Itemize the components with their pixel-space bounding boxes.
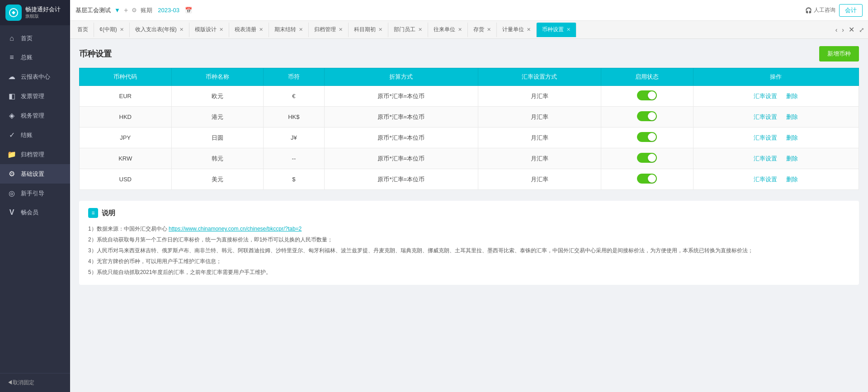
toggle-track[interactable] bbox=[637, 153, 657, 163]
sidebar-label-member: 畅会员 bbox=[21, 208, 38, 217]
add-tab-icon[interactable]: + bbox=[124, 6, 128, 14]
tab-period-end[interactable]: 期末结转 ✕ bbox=[269, 23, 309, 37]
status-toggle[interactable] bbox=[637, 90, 657, 100]
sidebar-label-invoice: 发票管理 bbox=[21, 92, 44, 100]
cell-actions: 汇率设置 删除 bbox=[693, 128, 859, 148]
tab-subject[interactable]: 科目期初 ✕ bbox=[349, 23, 388, 37]
tab-balance-close[interactable]: ✕ bbox=[120, 27, 124, 33]
sidebar-item-archive[interactable]: 📁 归档管理 bbox=[0, 145, 70, 164]
tab-income-close[interactable]: ✕ bbox=[179, 27, 184, 33]
tab-archive[interactable]: 归档管理 ✕ bbox=[309, 23, 349, 37]
table-row: HKD 港元 HK$ 原币*汇率=本位币 月汇率 汇率设置 删除 bbox=[80, 107, 859, 128]
toggle-track[interactable] bbox=[637, 132, 657, 142]
status-toggle[interactable] bbox=[637, 174, 657, 184]
cell-symbol: HK$ bbox=[264, 107, 325, 128]
ledger-icon: ≡ bbox=[7, 53, 16, 61]
toggle-thumb bbox=[648, 91, 656, 99]
tab-template[interactable]: 模版设计 ✕ bbox=[189, 23, 229, 37]
cell-calc: 原币*汇率=本位币 bbox=[324, 148, 478, 169]
sidebar-item-tax[interactable]: ◈ 税务管理 bbox=[0, 106, 70, 125]
main-area: 基层工会测试 ▼ + ⚙ 账期 2023-03 📅 🎧 人工咨询 会计 首页 ¢… bbox=[70, 0, 868, 392]
cell-status bbox=[601, 169, 693, 190]
help-button[interactable]: 🎧 人工咨询 bbox=[805, 6, 835, 14]
delete-link[interactable]: 删除 bbox=[786, 155, 798, 162]
tab-income[interactable]: 收入支出表(年报) ✕ bbox=[130, 23, 189, 37]
rate-setting-link[interactable]: 汇率设置 bbox=[754, 113, 777, 120]
delete-link[interactable]: 删除 bbox=[786, 134, 798, 141]
tab-period-end-close[interactable]: ✕ bbox=[299, 27, 303, 33]
notice-item-4: 4）无官方牌价的币种，可以用用户手工维护汇率信息； bbox=[88, 256, 850, 267]
delete-link[interactable]: 删除 bbox=[786, 176, 798, 183]
archive-icon: 📁 bbox=[7, 150, 16, 159]
notice-link[interactable]: https://www.chinamoney.com.cn/chinese/bk… bbox=[169, 226, 302, 232]
cell-symbol: € bbox=[264, 86, 325, 107]
tab-subject-close[interactable]: ✕ bbox=[378, 27, 382, 33]
sidebar-label-settle: 结账 bbox=[21, 131, 33, 139]
tab-template-close[interactable]: ✕ bbox=[219, 27, 223, 33]
tab-archive-close[interactable]: ✕ bbox=[339, 27, 343, 33]
rate-setting-link[interactable]: 汇率设置 bbox=[754, 93, 777, 99]
delete-link[interactable]: 删除 bbox=[786, 93, 798, 99]
sidebar-item-reports[interactable]: ☁ 云报表中心 bbox=[0, 67, 70, 86]
tab-next-icon[interactable]: › bbox=[840, 26, 846, 33]
tab-inventory-close[interactable]: ✕ bbox=[487, 27, 491, 33]
sidebar-item-home[interactable]: ⌂ 首页 bbox=[0, 29, 70, 48]
sidebar-item-settle[interactable]: ✓ 结账 bbox=[0, 125, 70, 145]
toggle-thumb bbox=[648, 133, 656, 141]
sidebar-item-invoice[interactable]: ◧ 发票管理 bbox=[0, 86, 70, 106]
rate-setting-link[interactable]: 汇率设置 bbox=[754, 155, 777, 162]
sidebar-item-settings[interactable]: ⚙ 基础设置 bbox=[0, 164, 70, 184]
tab-currency-label: 币种设置 bbox=[542, 26, 564, 33]
rate-setting-link[interactable]: 汇率设置 bbox=[754, 134, 777, 141]
tab-customer[interactable]: 往来单位 ✕ bbox=[428, 23, 468, 37]
account-button[interactable]: 会计 bbox=[839, 4, 863, 17]
tab-balance[interactable]: ¢(中期) ✕ bbox=[94, 23, 130, 37]
unpin-label: ◀取消固定 bbox=[7, 379, 34, 387]
tab-unit[interactable]: 计量单位 ✕ bbox=[497, 23, 537, 37]
toggle-track[interactable] bbox=[637, 174, 657, 184]
tab-currency-close[interactable]: ✕ bbox=[566, 27, 571, 33]
status-toggle[interactable] bbox=[637, 111, 657, 121]
col-code: 币种代码 bbox=[80, 68, 172, 86]
toggle-track[interactable] bbox=[637, 111, 657, 121]
topbar: 基层工会测试 ▼ + ⚙ 账期 2023-03 📅 🎧 人工咨询 会计 bbox=[70, 0, 868, 21]
tab-home[interactable]: 首页 bbox=[72, 23, 94, 37]
sidebar-item-ledger[interactable]: ≡ 总账 bbox=[0, 48, 70, 67]
tab-unit-close[interactable]: ✕ bbox=[527, 27, 531, 33]
rate-setting-link[interactable]: 汇率设置 bbox=[754, 176, 777, 183]
tab-dept[interactable]: 部门员工 ✕ bbox=[388, 23, 428, 37]
sidebar-unpin[interactable]: ◀取消固定 bbox=[0, 373, 70, 392]
settings-gear-icon[interactable]: ⚙ bbox=[132, 7, 137, 14]
notice-header: ≡ 说明 bbox=[88, 208, 850, 218]
tab-income-label: 收入支出表(年报) bbox=[135, 26, 177, 33]
new-currency-button[interactable]: 新增币种 bbox=[819, 46, 859, 61]
status-toggle[interactable] bbox=[637, 132, 657, 142]
col-calc: 折算方式 bbox=[324, 68, 478, 86]
col-status: 启用状态 bbox=[601, 68, 693, 86]
sidebar-item-member[interactable]: V 畅会员 bbox=[0, 203, 70, 222]
tab-tax[interactable]: 税表清册 ✕ bbox=[229, 23, 269, 37]
help-label: 人工咨询 bbox=[814, 6, 835, 14]
tab-customer-close[interactable]: ✕ bbox=[458, 27, 462, 33]
cell-name: 美元 bbox=[171, 169, 264, 190]
sidebar-label-tax: 税务管理 bbox=[21, 112, 44, 120]
tab-inventory[interactable]: 存货 ✕ bbox=[468, 23, 497, 37]
tab-tax-close[interactable]: ✕ bbox=[259, 27, 263, 33]
cell-code: JPY bbox=[80, 128, 172, 148]
tabbar-controls: ‹ › ✕ ⤢ bbox=[834, 25, 866, 34]
tab-prev-icon[interactable]: ‹ bbox=[834, 26, 840, 33]
tab-currency[interactable]: 币种设置 ✕ bbox=[537, 23, 576, 37]
sidebar-label-home: 首页 bbox=[21, 34, 33, 43]
sidebar-nav: ⌂ 首页 ≡ 总账 ☁ 云报表中心 ◧ 发票管理 ◈ 税务管理 ✓ 结账 📁 归… bbox=[0, 25, 70, 373]
cell-name: 日圆 bbox=[171, 128, 264, 148]
calendar-icon[interactable]: 📅 bbox=[185, 7, 192, 14]
status-toggle[interactable] bbox=[637, 153, 657, 163]
tab-close-all-icon[interactable]: ✕ bbox=[847, 25, 856, 34]
delete-link[interactable]: 删除 bbox=[786, 113, 798, 120]
company-dropdown-icon[interactable]: ▼ bbox=[114, 7, 120, 14]
tab-dept-close[interactable]: ✕ bbox=[418, 27, 422, 33]
period-value: 2023-03 bbox=[158, 7, 179, 14]
tab-expand-icon[interactable]: ⤢ bbox=[857, 26, 866, 33]
toggle-track[interactable] bbox=[637, 90, 657, 100]
sidebar-item-guide[interactable]: ◎ 新手引导 bbox=[0, 184, 70, 203]
